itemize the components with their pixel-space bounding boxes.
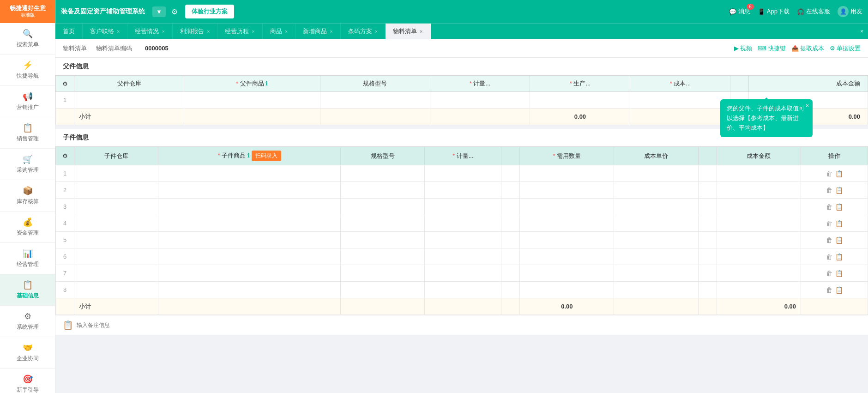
close-all-tabs[interactable]: × [856, 24, 868, 38]
tab-bom[interactable]: 物料清单 × [386, 24, 430, 39]
child-unitprice-cell[interactable] [614, 215, 698, 232]
child-unitprice-cell[interactable] [614, 199, 698, 215]
sidebar-item-marketing[interactable]: 📢 营销推广 [0, 86, 55, 117]
parent-production-cell[interactable] [530, 92, 630, 109]
sidebar-item-purchase[interactable]: 🛒 采购管理 [0, 149, 55, 180]
child-spec-cell[interactable] [340, 215, 424, 232]
tab-new-product[interactable]: 新增商品 × [295, 24, 340, 39]
child-unit-cell[interactable] [425, 282, 501, 298]
child-spec-cell[interactable] [340, 182, 424, 199]
sidebar-item-basic-info[interactable]: 📋 基础信息 [0, 274, 55, 306]
child-warehouse-cell[interactable] [74, 232, 158, 248]
tab-close-icon[interactable]: × [375, 29, 378, 34]
child-unit-cell[interactable] [425, 248, 501, 265]
tab-product[interactable]: 商品 × [263, 24, 295, 39]
tab-home[interactable]: 首页 [55, 24, 83, 39]
shortcut-action[interactable]: ⌨ 快捷键 [758, 44, 786, 53]
parent-product-cell[interactable] [184, 92, 320, 109]
child-unit-cell[interactable] [425, 182, 501, 199]
child-warehouse-cell[interactable] [74, 182, 158, 199]
child-unit-cell[interactable] [425, 232, 501, 248]
prev-button[interactable]: ◁ [707, 44, 717, 53]
child-cost-amount-cell[interactable] [717, 282, 801, 298]
copy-icon[interactable]: 📋 [835, 236, 843, 244]
delete-icon[interactable]: 🗑 [826, 187, 832, 194]
copy-icon[interactable]: 📋 [835, 187, 843, 194]
child-product-cell[interactable] [158, 182, 341, 199]
tab-customer[interactable]: 客户联络 × [83, 24, 127, 39]
child-product-cell[interactable] [158, 215, 341, 232]
copy-icon[interactable]: 📋 [835, 203, 843, 211]
tab-profit[interactable]: 利润报告 × [173, 24, 217, 39]
child-quantity-cell[interactable] [520, 215, 614, 232]
th-settings[interactable]: ⚙ [56, 147, 74, 165]
sidebar-item-system[interactable]: ⚙ 系统管理 [0, 306, 55, 337]
parent-spec-cell[interactable] [320, 92, 430, 109]
copy-icon[interactable]: 📋 [835, 286, 843, 294]
delete-icon[interactable]: 🗑 [826, 203, 832, 211]
tab-close-icon[interactable]: × [117, 29, 120, 34]
child-warehouse-cell[interactable] [74, 199, 158, 215]
child-spec-cell[interactable] [340, 282, 424, 298]
tab-barcode[interactable]: 条码方案 × [341, 24, 386, 39]
child-cost-amount-cell[interactable] [717, 182, 801, 199]
child-unitprice-cell[interactable] [614, 182, 698, 199]
child-cost-amount-cell[interactable] [717, 199, 801, 215]
tab-close-icon[interactable]: × [207, 29, 210, 34]
delete-icon[interactable]: 🗑 [826, 170, 832, 177]
sidebar-item-finance[interactable]: 💰 资金管理 [0, 212, 55, 243]
child-unit-cell[interactable] [425, 265, 501, 282]
copy-icon[interactable]: 📋 [835, 253, 843, 260]
note-input[interactable] [77, 322, 861, 328]
online-service-button[interactable]: 🎧 在线客服 [797, 7, 830, 16]
breadcrumb-1[interactable]: 物料清单 [63, 44, 87, 53]
child-spec-cell[interactable] [340, 165, 424, 182]
child-cost-amount-cell[interactable] [717, 232, 801, 248]
view-action[interactable]: ▶ 视频 [734, 44, 752, 53]
child-spec-cell[interactable] [340, 248, 424, 265]
child-unitprice-cell[interactable] [614, 232, 698, 248]
tab-close-icon[interactable]: × [252, 29, 254, 34]
tooltip-close-button[interactable]: × [806, 102, 809, 110]
trial-button[interactable]: 体验行业方案 [185, 5, 234, 18]
settings-button[interactable]: ⚙ [169, 6, 180, 18]
tab-close-icon[interactable]: × [330, 29, 332, 34]
child-unitprice-cell[interactable] [614, 282, 698, 298]
child-product-cell[interactable] [158, 165, 341, 182]
sidebar-item-guide[interactable]: 🎯 新手引导 [0, 369, 55, 393]
child-spec-cell[interactable] [340, 199, 424, 215]
child-warehouse-cell[interactable] [74, 265, 158, 282]
delete-icon[interactable]: 🗑 [826, 253, 832, 260]
child-cost-amount-cell[interactable] [717, 265, 801, 282]
extract-cost-action[interactable]: 📤 提取成本 [791, 44, 824, 53]
child-quantity-cell[interactable] [520, 182, 614, 199]
delete-icon[interactable]: 🗑 [826, 236, 832, 244]
tab-operations[interactable]: 经营情况 × [127, 24, 172, 39]
single-settings-action[interactable]: ⚙ 单据设置 [830, 44, 861, 53]
sidebar-item-sales[interactable]: 📋 销售管理 [0, 117, 55, 149]
child-unit-cell[interactable] [425, 199, 501, 215]
child-unitprice-cell[interactable] [614, 265, 698, 282]
sidebar-item-search[interactable]: 🔍 搜索菜单 [0, 23, 55, 54]
parent-cost-cell[interactable] [630, 92, 730, 109]
child-product-cell[interactable] [158, 282, 341, 298]
child-spec-cell[interactable] [340, 265, 424, 282]
child-product-cell[interactable] [158, 265, 341, 282]
child-cost-amount-cell[interactable] [717, 248, 801, 265]
child-quantity-cell[interactable] [520, 265, 614, 282]
scan-button[interactable]: 扫码录入 [252, 151, 281, 161]
child-warehouse-cell[interactable] [74, 282, 158, 298]
child-unitprice-cell[interactable] [614, 165, 698, 182]
parent-warehouse-cell[interactable] [74, 92, 184, 109]
child-product-cell[interactable] [158, 199, 341, 215]
child-warehouse-cell[interactable] [74, 215, 158, 232]
child-product-cell[interactable] [158, 248, 341, 265]
th-settings[interactable]: ⚙ [56, 76, 74, 92]
sidebar-item-inventory[interactable]: 📦 库存核算 [0, 180, 55, 212]
child-cost-amount-cell[interactable] [717, 215, 801, 232]
delete-icon[interactable]: 🗑 [826, 286, 832, 294]
delete-icon[interactable]: 🗑 [826, 220, 832, 227]
sidebar-item-operations[interactable]: 📊 经营管理 [0, 243, 55, 274]
child-unit-cell[interactable] [425, 165, 501, 182]
sidebar-item-collab[interactable]: 🤝 企业协同 [0, 337, 55, 369]
